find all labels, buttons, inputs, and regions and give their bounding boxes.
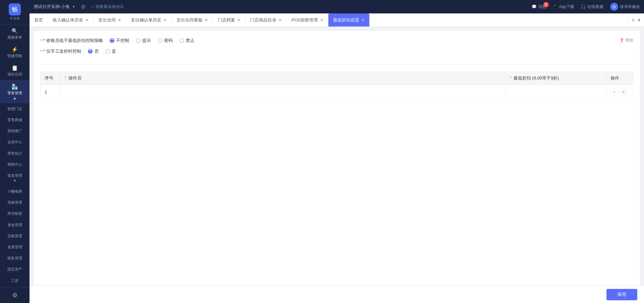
tab-min-discount-close[interactable]: ✕ bbox=[361, 18, 365, 22]
retail-mgmt-icon: 🏪 bbox=[11, 84, 18, 90]
online-service-button[interactable]: 🎧 在线客服 bbox=[581, 4, 603, 10]
project-selector[interactable]: 测试分开实例-小兔 ▼ bbox=[34, 4, 75, 10]
tabs-bar: 首页 收入确认单历史 ✕ 支出合同 ✕ 支出确认单历史 ✕ 支出合同看板 ✕ 门… bbox=[30, 13, 644, 27]
tab-payment-board-close[interactable]: ✕ bbox=[205, 18, 208, 22]
manual-price-radio-group: 否 是 bbox=[88, 48, 116, 54]
tab-pos-password[interactable]: POS加密管理 ✕ bbox=[287, 13, 328, 27]
page-card: ❓ 帮助 * * 收银员低于最低折扣控制策略 不控制 bbox=[34, 31, 640, 287]
tab-income-history-label: 收入确认单历史 bbox=[53, 17, 83, 23]
messages-badge: 8 bbox=[543, 2, 549, 7]
tab-store-archive[interactable]: 门店档案 ✕ bbox=[213, 13, 246, 27]
sidebar-item-retail-mgmt[interactable]: 🏪 零售管理 ▲ bbox=[0, 80, 30, 103]
tab-income-history-close[interactable]: ✕ bbox=[85, 18, 89, 22]
manual-price-row: * * 仅手工改价时控制 否 是 bbox=[40, 48, 633, 54]
online-service-label: 在线客服 bbox=[587, 4, 603, 10]
col-header-seq: 序号 bbox=[41, 72, 61, 85]
radio-password[interactable]: 密码 bbox=[158, 38, 173, 44]
sidebar-item-invoice-mgmt[interactable]: 发票管理 bbox=[0, 242, 30, 253]
sidebar-item-ecommerce[interactable]: 小畅电商 bbox=[0, 186, 30, 197]
sidebar-item-label-wholesale: 批发管理 bbox=[7, 173, 22, 178]
help-label: 帮助 bbox=[625, 38, 633, 43]
sidebar-item-label-finance: 资金管理 bbox=[7, 223, 22, 227]
sidebar-item-marketing[interactable]: 营销推广 bbox=[0, 125, 30, 137]
tab-pos-password-close[interactable]: ✕ bbox=[320, 18, 323, 22]
tab-min-discount-label: 最低折扣设置 bbox=[333, 17, 359, 23]
radio-hint-circle bbox=[136, 38, 141, 43]
tab-store-goods-close[interactable]: ✕ bbox=[278, 18, 282, 22]
sidebar-item-wholesale-mgmt[interactable]: 批发管理 ▼ bbox=[0, 170, 30, 186]
tab-list-icon[interactable]: ▼ bbox=[637, 17, 641, 23]
radio-manual-no[interactable]: 否 bbox=[88, 48, 99, 54]
tab-income-history[interactable]: 收入确认单历史 ✕ bbox=[48, 13, 94, 27]
settings-icon[interactable]: ⚙ bbox=[12, 292, 17, 299]
content-area: ❓ 帮助 * * 收银员低于最低折扣控制策略 不控制 bbox=[30, 27, 644, 303]
sidebar-item-accounting[interactable]: 总账管理 bbox=[0, 231, 30, 242]
sidebar-item-label-tax: 税务管理 bbox=[7, 256, 22, 260]
help-button[interactable]: ❓ 帮助 bbox=[619, 38, 633, 43]
tab-min-discount[interactable]: 最低折扣设置 ✕ bbox=[328, 13, 370, 27]
tab-payment-contract[interactable]: 支出合同 ✕ bbox=[94, 13, 126, 27]
avatar: 徐 bbox=[610, 3, 618, 11]
app-download-button[interactable]: 📱 App下载 bbox=[553, 4, 574, 10]
messages-button[interactable]: 💬 消息 8 bbox=[532, 4, 546, 10]
sidebar-item-finance[interactable]: 资金管理 bbox=[0, 219, 30, 231]
sidebar-item-label-accounting: 总账管理 bbox=[7, 234, 22, 238]
demo-link[interactable]: ○ 我要看实例演示 bbox=[91, 4, 123, 10]
tab-payment-board-label: 支出合同看板 bbox=[176, 17, 203, 23]
radio-no-control[interactable]: 不控制 bbox=[110, 38, 129, 44]
col-discount-required: * bbox=[510, 75, 513, 81]
radio-manual-yes[interactable]: 是 bbox=[105, 48, 116, 54]
sidebar-item-label-retail-stats: 零售统计 bbox=[7, 151, 22, 156]
tabs-controls: ✕ ▼ bbox=[628, 13, 644, 27]
tab-payment-contract-close[interactable]: ✕ bbox=[118, 18, 121, 22]
table-body: 1 ✎ 🗑 bbox=[41, 85, 633, 99]
app-download-label: App下载 bbox=[559, 4, 574, 10]
tab-store-goods[interactable]: 门店商品目录 ✕ bbox=[246, 13, 287, 27]
quicknav-icon: ⚡ bbox=[11, 46, 18, 53]
form-section: * * 收银员低于最低折扣控制策略 不控制 提示 bbox=[40, 38, 633, 65]
radio-manual-yes-circle bbox=[105, 49, 110, 54]
discount-policy-radio-group: 不控制 提示 密码 禁止 bbox=[110, 38, 195, 44]
delete-button-1[interactable]: 🗑 bbox=[620, 88, 627, 96]
sidebar-item-retail-mall[interactable]: 零售商城 bbox=[0, 114, 30, 125]
sidebar-item-label-retail-mall: 零售商城 bbox=[7, 118, 22, 122]
tab-store-archive-label: 门店档案 bbox=[218, 17, 235, 23]
save-button[interactable]: 保存 bbox=[606, 289, 637, 300]
sidebar-item-search[interactable]: 🔍 搜索菜单 bbox=[0, 24, 30, 43]
user-menu[interactable]: 徐 徐泽华修改 bbox=[610, 3, 640, 11]
download-icon: 📱 bbox=[553, 4, 558, 9]
tab-home[interactable]: 首页 bbox=[30, 13, 48, 27]
sidebar-item-help-center[interactable]: 帮助中心 bbox=[0, 159, 30, 170]
demo-icon: ○ bbox=[91, 4, 94, 9]
sidebar-item-purchase-mgmt[interactable]: 采购管理 bbox=[0, 197, 30, 208]
sidebar-item-retail-stats[interactable]: 零售统计 bbox=[0, 148, 30, 159]
sidebar-item-label-search: 搜索菜单 bbox=[7, 35, 22, 40]
topbar: 测试分开实例-小兔 ▼ ⚙ ○ 我要看实例演示 💬 消息 8 📱 App下载 🎧… bbox=[30, 0, 644, 13]
sidebar-item-fixed-assets[interactable]: 固定资产 bbox=[0, 264, 30, 275]
radio-hint[interactable]: 提示 bbox=[136, 38, 151, 44]
sidebar-item-label-purchase: 采购管理 bbox=[7, 200, 22, 205]
tab-payment-board[interactable]: 支出合同看板 ✕ bbox=[172, 13, 213, 27]
sidebar-item-tax-mgmt[interactable]: 税务管理 bbox=[0, 253, 30, 264]
service-icon: 🎧 bbox=[581, 4, 586, 9]
tab-payment-history-close[interactable]: ✕ bbox=[163, 18, 167, 22]
sidebar-item-inventory[interactable]: 库存核算 bbox=[0, 208, 30, 219]
message-icon: 💬 bbox=[532, 4, 537, 9]
sidebar-item-project-contract[interactable]: 📋 项目合同 bbox=[0, 61, 30, 80]
sidebar-item-label-quicknav: 快捷导航 bbox=[7, 54, 22, 58]
edit-button-1[interactable]: ✎ bbox=[610, 88, 618, 96]
project-name: 测试分开实例-小兔 bbox=[34, 4, 70, 10]
action-buttons-1: ✎ 🗑 bbox=[610, 88, 629, 96]
sidebar-item-quicknav[interactable]: ⚡ 快捷导航 bbox=[0, 43, 30, 61]
topbar-settings-button[interactable]: ⚙ bbox=[81, 4, 86, 10]
tab-pos-password-label: POS加密管理 bbox=[291, 17, 318, 23]
tab-payment-history[interactable]: 支出确认单历史 ✕ bbox=[126, 13, 172, 27]
sidebar-item-member-center[interactable]: 会员中心 bbox=[0, 137, 30, 148]
sidebar-item-payroll[interactable]: 工资 bbox=[0, 275, 30, 286]
chevron-down-icon: ▲ bbox=[13, 96, 16, 100]
tab-close-all-icon[interactable]: ✕ bbox=[631, 17, 635, 23]
tab-store-archive-close[interactable]: ✕ bbox=[237, 18, 240, 22]
radio-forbid[interactable]: 禁止 bbox=[179, 38, 195, 44]
cell-operator-1 bbox=[61, 85, 506, 99]
sidebar-item-smart-store[interactable]: 智慧门店 bbox=[0, 103, 30, 114]
